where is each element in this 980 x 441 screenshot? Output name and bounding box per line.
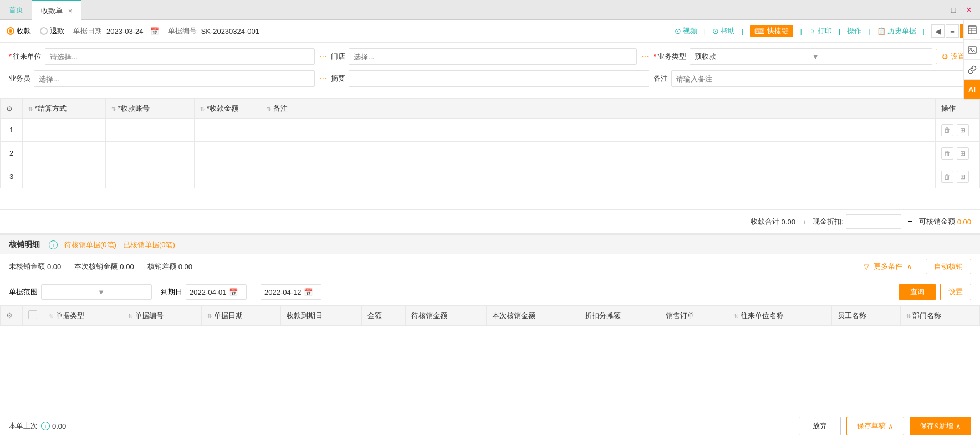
date-from-input[interactable]: 2022-04-01 📅 xyxy=(186,284,247,300)
discount-input[interactable] xyxy=(846,214,901,229)
header-checkbox[interactable] xyxy=(28,310,37,319)
summary-input[interactable] xyxy=(349,70,649,87)
row-account[interactable] xyxy=(106,165,195,188)
store-more-icon[interactable]: ··· xyxy=(641,52,649,61)
query-button[interactable]: 查询 xyxy=(899,284,936,300)
action-operation[interactable]: 操作 xyxy=(847,26,861,36)
row-amount[interactable] xyxy=(195,119,261,142)
col-header-remark: ⇅ 备注 xyxy=(261,99,936,119)
row-amount[interactable] xyxy=(195,142,261,165)
save-draft-button[interactable]: 保存草稿 ∧ xyxy=(846,417,904,435)
sep6: | xyxy=(923,27,925,35)
close-button[interactable]: × xyxy=(964,6,973,14)
save-new-button[interactable]: 保存&新增 ∧ xyxy=(910,417,971,435)
sidebar-image-icon[interactable] xyxy=(964,40,981,60)
sort-icon-account: ⇅ xyxy=(111,106,116,112)
tab-home[interactable]: 首页 xyxy=(0,0,32,20)
date-to-value: 2022-04-12 xyxy=(264,288,302,296)
row-remark[interactable] xyxy=(261,165,936,188)
abandon-button[interactable]: 放弃 xyxy=(799,417,841,435)
store-input[interactable] xyxy=(349,48,637,65)
row-delete-icon[interactable]: 🗑 xyxy=(941,171,953,183)
action-video[interactable]: ⊙ 视频 xyxy=(675,26,697,36)
toolbar-meta: 单据日期 2023-03-24 📅 xyxy=(73,26,159,36)
row-account[interactable] xyxy=(106,142,195,165)
filter-settings-button[interactable]: 设置 xyxy=(940,284,971,300)
stat-diff-label: 核销差额 xyxy=(147,261,176,271)
row-copy-icon[interactable]: ⊞ xyxy=(957,147,969,160)
calendar-icon2[interactable]: 📅 xyxy=(304,288,313,296)
bottom-table: ⚙ ⇅ 单据类型 ⇅ 单据编号 ⇅ 单据日期 xyxy=(0,305,980,326)
col-header-operation: 操作 xyxy=(936,99,980,119)
col-discount-share: 折扣分摊额 xyxy=(579,306,660,326)
summary-total: 收款合计 0.00 xyxy=(751,217,795,227)
footer-info: 本单上次 i 0.00 xyxy=(9,421,66,431)
tab-receipt[interactable]: 收款单 × xyxy=(32,0,81,20)
done-tab[interactable]: 已核销单据(0笔) xyxy=(123,240,175,250)
action-shortcut[interactable]: ⌨ 快捷键 xyxy=(750,25,793,37)
table-settings-icon[interactable]: ⚙ xyxy=(6,105,13,113)
row-copy-icon[interactable]: ⊞ xyxy=(957,124,969,136)
toolbar-actions: ⊙ 视频 | ⊙ 帮助 | ⌨ 快捷键 | 🖨 打印 | 操作 | xyxy=(675,24,973,38)
maximize-button[interactable]: □ xyxy=(949,6,958,14)
summary-nettable: 可核销金额 0.00 xyxy=(919,217,971,227)
staff-more-icon[interactable]: ··· xyxy=(319,74,326,84)
pending-tab[interactable]: 待核销单据(0笔) xyxy=(64,240,116,250)
main-container: 收款 退款 单据日期 2023-03-24 📅 单据编号 SK-20230324… xyxy=(0,20,980,441)
auto-cancel-button[interactable]: 自动核销 xyxy=(926,259,971,274)
row-op-btns: 🗑 ⊞ xyxy=(941,124,974,136)
row-settle[interactable] xyxy=(23,165,106,188)
remark-input[interactable] xyxy=(671,70,971,87)
sidebar-table-icon[interactable] xyxy=(964,20,981,40)
calendar-icon[interactable]: 📅 xyxy=(150,27,159,35)
action-history[interactable]: 📋 历史单据 xyxy=(877,26,916,36)
radio-refund[interactable]: 退款 xyxy=(40,26,64,36)
per-order-info-icon[interactable]: i xyxy=(41,422,50,430)
summary-total-value: 0.00 xyxy=(782,218,795,226)
col-header-settings: ⚙ xyxy=(1,99,23,119)
more-conditions-btn[interactable]: ▽ 更多条件 ∧ xyxy=(864,261,912,271)
section-divider: 核销明细 i 待核销单据(0笔) 已核销单据(0笔) xyxy=(0,233,980,254)
summary-discount-label: 现金折扣: xyxy=(813,217,844,227)
bottom-table-gear-icon[interactable]: ⚙ xyxy=(6,311,13,320)
col-sales-order: 销售订单 xyxy=(660,306,728,326)
counterpart-input[interactable] xyxy=(45,48,315,65)
staff-input[interactable] xyxy=(34,70,315,87)
row-settle[interactable] xyxy=(23,119,106,142)
col-amount-label: 金额 xyxy=(368,311,382,320)
action-print[interactable]: 🖨 打印 xyxy=(809,26,832,36)
action-history-label: 历史单据 xyxy=(887,26,916,36)
sidebar-link-icon[interactable] xyxy=(964,60,981,80)
row-account[interactable] xyxy=(106,119,195,142)
col-due-date: 收款到期日 xyxy=(281,306,361,326)
sidebar-ai-icon[interactable]: Ai xyxy=(964,80,981,100)
date-to-input[interactable]: 2022-04-12 📅 xyxy=(261,284,321,300)
action-help[interactable]: ⊙ 帮助 xyxy=(712,26,735,36)
row-settle[interactable] xyxy=(23,142,106,165)
store-field: 门店 ··· xyxy=(331,48,649,65)
svg-rect-0 xyxy=(968,26,976,34)
business-type-select[interactable]: 预收款 ▼ xyxy=(690,48,932,65)
business-type-value: 预收款 xyxy=(695,52,810,61)
row-copy-icon[interactable]: ⊞ xyxy=(957,171,969,183)
counterpart-more-icon[interactable]: ··· xyxy=(319,52,326,61)
gear-icon: ⚙ xyxy=(942,53,948,61)
form-row-2: 业务员 ··· 摘要 备注 xyxy=(9,70,971,87)
row-amount[interactable] xyxy=(195,165,261,188)
list-view-btn[interactable]: ≡ xyxy=(946,24,959,38)
radio-refund-dot xyxy=(40,27,48,35)
row-remark[interactable] xyxy=(261,142,936,165)
radio-collect[interactable]: 收款 xyxy=(7,26,31,36)
row-delete-icon[interactable]: 🗑 xyxy=(941,124,953,136)
counterpart-field: 往来单位 ··· xyxy=(9,48,326,65)
filter-range-select[interactable]: ▼ xyxy=(41,284,152,300)
business-type-field: 业务类型 预收款 ▼ ⚙ 设置 xyxy=(654,48,971,65)
row-delete-icon[interactable]: 🗑 xyxy=(941,147,953,160)
prev-btn[interactable]: ◀ xyxy=(931,24,945,38)
col-current-cancel: 本次核销金额 xyxy=(486,306,579,326)
tab-close-icon[interactable]: × xyxy=(68,7,73,15)
section-info-icon[interactable]: i xyxy=(49,240,58,249)
minimize-button[interactable]: — xyxy=(933,6,942,14)
calendar-icon[interactable]: 📅 xyxy=(229,288,238,296)
row-remark[interactable] xyxy=(261,119,936,142)
